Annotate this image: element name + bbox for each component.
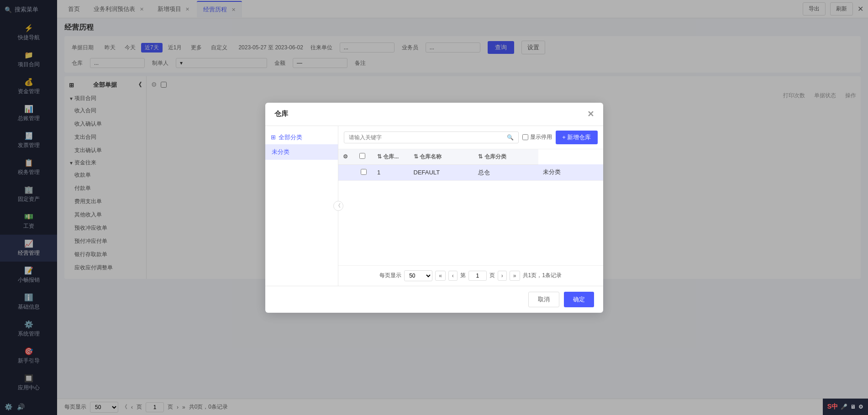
row-id: 1 [373, 164, 409, 180]
modal-pagination: 每页显示 50 « ‹ 第 页 › » 共1页，1条记录 [338, 265, 603, 286]
modal-search-box[interactable]: 🔍 [344, 131, 519, 143]
show-disabled-label[interactable]: 显示停用 [522, 133, 552, 141]
row-check[interactable] [355, 164, 373, 180]
row-code: DEFAULT [409, 164, 474, 180]
page-number-input[interactable] [468, 271, 487, 281]
tray-settings-icon[interactable]: ⚙ [858, 404, 863, 410]
show-disabled-checkbox[interactable] [522, 134, 528, 140]
select-all-checkbox[interactable] [359, 153, 365, 159]
modal-toolbar: 🔍 显示停用 + 新增仓库 [338, 126, 603, 149]
per-page-label: 每页显示 [379, 272, 401, 279]
modal-all-category[interactable]: ⊞ 全部分类 [265, 131, 338, 144]
warehouse-modal: 仓库 ✕ ⊞ 全部分类 未分类 《 🔍 显示停用 [265, 103, 603, 313]
warehouse-table: ⚙ ⇅ 仓库... ⇅ 仓库名称 ⇅ [338, 149, 603, 181]
modal-search-input[interactable] [349, 134, 505, 141]
modal-left-collapse-btn[interactable]: 《 [333, 201, 343, 211]
modal-category-unclassified[interactable]: 未分类 [265, 144, 338, 160]
col-header-category: ⇅ 仓库分类 [473, 149, 538, 165]
modal-table: ⚙ ⇅ 仓库... ⇅ 仓库名称 ⇅ [338, 149, 603, 265]
prev-page-btn[interactable]: ‹ [448, 271, 458, 281]
add-warehouse-button[interactable]: + 新增仓库 [556, 131, 597, 144]
sort-icon-3: ⇅ [478, 153, 483, 160]
system-tray: S中 🎤 🖥 ⚙ [823, 399, 868, 415]
cancel-button[interactable]: 取消 [528, 292, 559, 307]
search-icon: 🔍 [507, 134, 514, 141]
page-label: 第 [460, 272, 466, 279]
tray-logo: S中 [827, 403, 838, 411]
next-page-btn[interactable]: › [498, 271, 507, 281]
col-header-id: ⇅ 仓库... [373, 149, 409, 165]
tray-mic-icon[interactable]: 🎤 [841, 404, 847, 410]
first-page-btn[interactable]: « [435, 271, 446, 281]
modal-body: ⊞ 全部分类 未分类 《 🔍 显示停用 + 新增仓库 [265, 126, 603, 286]
modal-header: 仓库 ✕ [265, 103, 603, 126]
sort-icon: ⇅ [377, 153, 382, 160]
total-records: 共1页，1条记录 [523, 272, 562, 279]
modal-right-panel: 🔍 显示停用 + 新增仓库 ⚙ ⇅ 仓库 [338, 126, 603, 286]
row-checkbox[interactable] [361, 169, 367, 175]
modal-title: 仓库 [274, 110, 288, 118]
page-unit: 页 [489, 272, 495, 279]
table-row[interactable]: 1 DEFAULT 总仓 未分类 [338, 164, 603, 180]
modal-left-panel: ⊞ 全部分类 未分类 《 [265, 126, 338, 286]
last-page-btn[interactable]: » [510, 271, 520, 281]
col-header-check[interactable] [355, 149, 373, 165]
row-setting [338, 164, 355, 180]
row-name: 总仓 [473, 164, 538, 180]
col-header-name: ⇅ 仓库名称 [409, 149, 474, 165]
per-page-select[interactable]: 50 [404, 270, 432, 281]
modal-footer: 取消 确定 [265, 286, 603, 313]
grid-icon: ⊞ [271, 134, 276, 141]
tray-monitor-icon[interactable]: 🖥 [850, 404, 856, 410]
all-category-label: 全部分类 [279, 133, 302, 142]
sort-icon-2: ⇅ [414, 153, 418, 160]
confirm-button[interactable]: 确定 [564, 292, 594, 307]
row-category: 未分类 [538, 164, 603, 180]
modal-close-button[interactable]: ✕ [587, 109, 594, 119]
col-header-setting[interactable]: ⚙ [338, 149, 355, 165]
